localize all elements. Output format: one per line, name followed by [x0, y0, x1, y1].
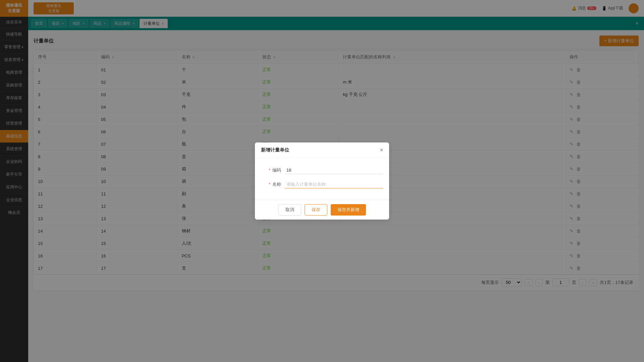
- save-new-button[interactable]: 保存并新增: [331, 204, 366, 216]
- modal-close-button[interactable]: ×: [380, 147, 383, 153]
- name-input[interactable]: [284, 180, 383, 188]
- modal-title: 新增计量单位: [261, 147, 289, 153]
- modal-overlay[interactable]: 新增计量单位 × * 编码 * 名称 取消 保存 保存并新增: [0, 0, 644, 362]
- modal-header: 新增计量单位 ×: [255, 142, 389, 158]
- code-form-row: * 编码: [261, 166, 383, 174]
- add-unit-modal: 新增计量单位 × * 编码 * 名称 取消 保存 保存并新增: [255, 142, 389, 220]
- modal-body: * 编码 * 名称: [255, 158, 389, 200]
- name-label: * 名称: [261, 181, 281, 187]
- name-form-row: * 名称: [261, 180, 383, 188]
- code-label: * 编码: [261, 167, 281, 173]
- modal-footer: 取消 保存 保存并新增: [255, 200, 389, 220]
- code-input[interactable]: [284, 166, 383, 174]
- save-button[interactable]: 保存: [305, 204, 327, 216]
- cancel-button[interactable]: 取消: [278, 204, 301, 216]
